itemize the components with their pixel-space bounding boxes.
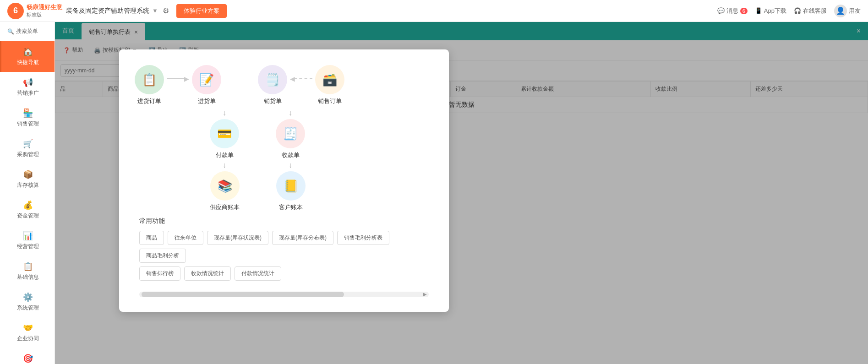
- search-area[interactable]: 🔍 搜索菜单: [0, 22, 55, 41]
- sidebar-item-finance[interactable]: 💰 资金管理: [0, 195, 55, 225]
- purchase-bill-icon: 📝: [199, 73, 214, 87]
- user-menu[interactable]: 👤 用友: [834, 5, 861, 17]
- sidebar-item-purchase[interactable]: 🛒 采购管理: [0, 133, 55, 164]
- logo-text: 畅康通好生意 标准版: [27, 4, 62, 18]
- message-button[interactable]: 💬 消息 6: [717, 7, 748, 15]
- modal-scrollbar[interactable]: ▶: [139, 292, 429, 297]
- system-title: 装备及固定资产辅助管理系统: [66, 7, 149, 15]
- supplier-ledger-icon: 📚: [218, 179, 232, 193]
- sales-order-label: 销售订单: [318, 97, 342, 105]
- arrow-down-purchase-bill: ↓: [210, 109, 239, 117]
- purchase-order-node: 📋 进货订单: [135, 65, 164, 105]
- download-icon: 📱: [755, 7, 762, 14]
- sales-order-node: 🗃️ 销售订单: [315, 65, 344, 105]
- func-btn-stock-dist[interactable]: 现存量(库存分布表): [272, 231, 333, 245]
- customer-ledger-icon: 📒: [284, 179, 298, 193]
- cooperation-icon: 🤝: [23, 323, 33, 333]
- sidebar-item-sales[interactable]: 🏪 销售管理: [0, 103, 55, 133]
- arrow-purchase-to-bill: ▶: [167, 75, 189, 95]
- payment-bill-node: 💳 付款单: [210, 119, 239, 159]
- func-buttons-row1: 商品 往来单位 现存量(库存状况表) 现存量(库存分布表) 销售毛利分析表 商品…: [139, 231, 429, 263]
- sales-order-icon: 🗃️: [322, 73, 337, 87]
- search-icon: 🔍: [7, 28, 14, 35]
- payment-bill-label: 付款单: [216, 151, 234, 159]
- sidebar-item-guide[interactable]: 🎯 新手引导: [0, 348, 55, 364]
- arrow-sales-order-to-bill: ◀: [290, 75, 312, 95]
- user-avatar: 👤: [834, 5, 847, 17]
- customer-ledger-node: 📒 客户账本: [276, 171, 306, 212]
- sales-order-circle: 🗃️: [315, 65, 344, 94]
- sales-bill-label: 销货单: [264, 97, 282, 105]
- home-icon: 🏠: [23, 47, 33, 57]
- func-btn-product[interactable]: 商品: [139, 231, 164, 245]
- func-btn-product-gross[interactable]: 商品毛利分析: [139, 249, 186, 263]
- sales-bill-icon: 🗒️: [265, 73, 280, 87]
- sidebar-item-cooperation[interactable]: 🤝 企业协同: [0, 317, 55, 348]
- guide-icon: 🎯: [23, 353, 33, 364]
- supplier-ledger-circle: 📚: [210, 171, 240, 201]
- main-area: 🔍 搜索菜单 🏠 快捷导航 📢 营销推广 🏪 销售管理 🛒 采购管理: [0, 22, 868, 364]
- arrow-down-sales-bill: ↓: [276, 109, 305, 117]
- sidebar-item-inventory[interactable]: 📦 库存核算: [0, 164, 55, 195]
- logo-line1: 畅康通好生意: [27, 4, 62, 11]
- inventory-icon: 📦: [23, 169, 33, 179]
- message-badge: 6: [740, 8, 748, 14]
- func-btn-receipt-stats[interactable]: 收款情况统计: [184, 266, 231, 281]
- logo-line2: 标准版: [27, 11, 62, 18]
- arrow-down-receipt: ↓: [276, 161, 305, 169]
- receipt-bill-icon: 🧾: [283, 127, 298, 141]
- quick-nav-modal: 📋 进货订单 ▶: [119, 49, 449, 312]
- func-btn-stock-status[interactable]: 现存量(库存状况表): [207, 231, 268, 245]
- sidebar-item-quick-nav[interactable]: 🏠 快捷导航: [0, 41, 55, 72]
- receipt-bill-node: 🧾 收款单: [276, 119, 305, 159]
- sidebar: 🔍 搜索菜单 🏠 快捷导航 📢 营销推广 🏪 销售管理 🛒 采购管理: [0, 22, 55, 364]
- chevron-down-icon[interactable]: ▼: [152, 7, 158, 14]
- finance-icon: 💰: [23, 200, 33, 210]
- scrollbar-thumb: [142, 292, 344, 297]
- payment-bill-circle: 💳: [210, 119, 239, 148]
- purchase-bill-node: 📝 进货单: [192, 65, 221, 105]
- app-download-button[interactable]: 📱 App下载: [755, 7, 786, 15]
- purchase-bill-label: 进货单: [198, 97, 216, 105]
- sales-icon: 🏪: [23, 108, 33, 118]
- customer-ledger-label: 客户账本: [279, 203, 303, 212]
- search-menu-button[interactable]: 🔍 搜索菜单: [4, 26, 51, 37]
- logo-area: 6 畅康通好生意 标准版: [7, 3, 62, 19]
- sidebar-item-operation[interactable]: 📊 经营管理: [0, 225, 55, 256]
- sales-bill-node: 🗒️ 销货单: [258, 65, 287, 105]
- func-btn-sales-gross[interactable]: 销售毛利分析表: [337, 231, 389, 245]
- purchase-icon: 🛒: [23, 139, 33, 149]
- logo-char: 6: [13, 6, 18, 16]
- scroll-right-icon[interactable]: ▶: [423, 292, 427, 297]
- trial-button[interactable]: 体验行业方案: [176, 4, 227, 18]
- headset-icon: 🎧: [794, 7, 801, 14]
- purchase-bill-circle: 📝: [192, 65, 221, 94]
- receipt-bill-label: 收款单: [282, 151, 300, 159]
- message-icon: 💬: [717, 7, 725, 14]
- func-btn-payment-stats[interactable]: 付款情况统计: [235, 266, 281, 281]
- system-icon: ⚙️: [23, 292, 33, 302]
- purchase-order-label: 进货订单: [137, 97, 161, 105]
- app-logo-icon: 6: [7, 3, 24, 19]
- online-service-button[interactable]: 🎧 在线客服: [794, 7, 827, 15]
- sidebar-item-basic-info[interactable]: 📋 基础信息: [0, 256, 55, 287]
- common-functions-title: 常用功能: [139, 217, 429, 225]
- sidebar-item-system[interactable]: ⚙️ 系统管理: [0, 287, 55, 317]
- settings-icon[interactable]: ⚙: [163, 6, 169, 15]
- supplier-ledger-label: 供应商账本: [210, 203, 240, 212]
- modal-overlay[interactable]: 📋 进货订单 ▶: [55, 22, 868, 364]
- marketing-icon: 📢: [23, 77, 33, 87]
- top-bar-right: 💬 消息 6 📱 App下载 🎧 在线客服 👤 用友: [717, 5, 861, 17]
- purchase-order-icon: 📋: [142, 73, 157, 87]
- customer-ledger-circle: 📒: [276, 171, 306, 201]
- func-btn-sales-rank[interactable]: 销售排行榜: [139, 266, 180, 281]
- sidebar-item-marketing[interactable]: 📢 营销推广: [0, 72, 55, 103]
- operation-icon: 📊: [23, 231, 33, 241]
- sales-bill-circle: 🗒️: [258, 65, 287, 94]
- func-buttons-row2: 销售排行榜 收款情况统计 付款情况统计: [139, 266, 429, 281]
- basic-info-icon: 📋: [23, 261, 33, 272]
- content-area: 首页 销售订单执行表 × × ❓ 帮助 🖨️ 按模板打印: [55, 22, 868, 364]
- func-btn-contacts[interactable]: 往来单位: [168, 231, 203, 245]
- common-functions-section: 常用功能 商品 往来单位 现存量(库存状况表) 现存量(库存分布表) 销售毛利分…: [130, 217, 438, 288]
- arrow-down-payment: ↓: [210, 161, 239, 169]
